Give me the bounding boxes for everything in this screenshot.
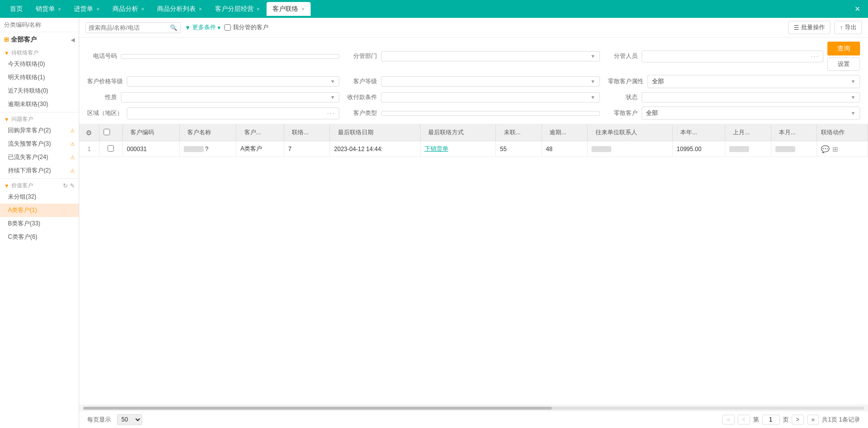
col-last-date: :最后联络日期	[330, 124, 420, 141]
sidebar-item-declining[interactable]: 持续下滑客户(2) ⚠	[0, 164, 79, 177]
page-number-input[interactable]	[762, 415, 780, 425]
sidebar-item-tomorrow[interactable]: 明天待联络(1)	[0, 71, 79, 84]
prev-page-button[interactable]: <	[738, 415, 750, 425]
scrollbar-track	[83, 407, 864, 410]
sidebar-item-overdue[interactable]: 逾期未联络(30)	[0, 98, 79, 111]
filter-search-icon[interactable]: 🔍	[170, 24, 177, 31]
retail-attr-label: 零散客户属性	[608, 77, 644, 86]
nature-input[interactable]: ▼	[121, 92, 339, 103]
setting-button[interactable]: 设置	[827, 57, 860, 71]
sidebar-item-c-class[interactable]: C类客户(6)	[0, 230, 79, 244]
data-table: ⚙ :客户编码 :客户名称 :客户...	[79, 124, 868, 157]
sidebar-collapse-icon[interactable]: ◀	[71, 37, 75, 43]
name-hidden-text	[184, 146, 204, 152]
select-all-checkbox[interactable]	[104, 129, 110, 135]
close-customer-segment-icon[interactable]: ×	[257, 6, 260, 12]
grid-icon: ⊞	[4, 36, 9, 43]
sidebar-item-churned[interactable]: 已流失客户(24) ⚠	[0, 151, 79, 164]
status-dropdown-icon: ▼	[851, 95, 856, 100]
close-goods-analysis-icon[interactable]: ×	[141, 6, 144, 12]
row-checkbox[interactable]	[108, 145, 114, 152]
nav-tab-sales[interactable]: 销货单 ×	[30, 2, 67, 16]
page-size-select[interactable]: 10 20 50 100	[117, 414, 142, 425]
sidebar-item-churn-warn[interactable]: 流失预警客户(3) ⚠	[0, 137, 79, 151]
export-button[interactable]: ↑ 导出	[834, 21, 862, 34]
goods-list-label: 商品分析列表	[157, 4, 196, 13]
last-page-button[interactable]: »	[807, 415, 819, 425]
filter-search-box: 🔍	[85, 22, 181, 33]
payment-input[interactable]: ▼	[381, 92, 599, 103]
scrollbar-thumb[interactable]	[83, 407, 552, 410]
page-navigation: « < 第 页 > » 共1页 1条记录	[722, 415, 860, 425]
close-purchase-icon[interactable]: ×	[96, 6, 99, 12]
total-info: 共1页 1条记录	[822, 416, 860, 424]
region-input[interactable]: ···	[127, 107, 339, 119]
nav-tab-customer-contact[interactable]: 客户联络 ×	[267, 2, 310, 16]
value-group-label: 价值客户	[11, 182, 33, 189]
refresh-icon[interactable]: ↻	[63, 182, 68, 189]
my-customers-checkbox[interactable]: 我分管的客户	[224, 23, 269, 32]
warn-icon-3: ⚠	[70, 155, 75, 160]
sidebar-all-customers[interactable]: ⊞ 全部客户 ◀	[0, 32, 79, 47]
comment-icon[interactable]: 💬	[821, 145, 829, 153]
next-page-button[interactable]: >	[792, 415, 804, 425]
col-not-contacted: :未联...	[496, 124, 542, 141]
nature-label: 性质	[87, 93, 117, 102]
person-input[interactable]: ···	[642, 51, 823, 62]
nav-tab-customer-segment[interactable]: 客户分层经营 ×	[209, 2, 266, 16]
phone-input[interactable]	[121, 54, 339, 59]
sidebar-item-a-class[interactable]: A类客户(1)	[0, 204, 79, 217]
sidebar-item-7days[interactable]: 近7天待联络(0)	[0, 84, 79, 98]
nav-tab-home[interactable]: 首页	[4, 2, 29, 16]
close-sales-icon[interactable]: ×	[58, 6, 61, 12]
first-page-button[interactable]: «	[722, 415, 735, 425]
warn-icon-2: ⚠	[70, 141, 75, 147]
sidebar-search-input[interactable]	[4, 21, 78, 28]
my-customers-check[interactable]	[224, 24, 231, 31]
nav-tab-goods-analysis[interactable]: 商品分析 ×	[107, 2, 150, 16]
last-method-link[interactable]: 下销货单	[425, 145, 448, 152]
nav-tab-goods-list[interactable]: 商品分析列表 ×	[151, 2, 208, 16]
retail-attr-input[interactable]: 全部 ▼	[648, 75, 860, 88]
batch-ops-button[interactable]: ☰ 批量操作	[788, 21, 830, 34]
link-icon[interactable]: ⊞	[832, 145, 838, 153]
person-label: 分管人员	[608, 52, 638, 60]
retail-customer-input[interactable]: 全部 ▼	[642, 107, 860, 120]
retail-customer-label: 零散客户	[608, 109, 638, 117]
cell-contact-count: 7	[284, 141, 329, 157]
sidebar-item-b-class[interactable]: B类客户(33)	[0, 217, 79, 230]
more-conditions-btn[interactable]: ▼ 更多条件 ▾	[185, 23, 220, 32]
customer-contact-label: 客户联络	[272, 4, 298, 13]
sidebar-item-abnormal[interactable]: 回购异常客户(2) ⚠	[0, 124, 79, 137]
unit-contact-hidden	[592, 146, 611, 152]
nav-tab-purchase[interactable]: 进货单 ×	[68, 2, 105, 16]
filter-row-customer-level: 客户等级 ▼	[347, 75, 599, 88]
close-customer-contact-icon[interactable]: ×	[301, 6, 304, 12]
status-input[interactable]: ▼	[642, 92, 860, 103]
edit-group-icon[interactable]: ✎	[70, 182, 75, 189]
divider-1	[0, 112, 79, 112]
filter-search-input[interactable]	[89, 24, 168, 31]
cell-overdue: 48	[542, 141, 587, 157]
cell-last-month	[725, 141, 771, 157]
payment-dropdown-icon: ▼	[591, 95, 596, 100]
query-button[interactable]: 查询	[827, 42, 860, 55]
price-level-input[interactable]: ▼	[127, 76, 339, 87]
column-settings-button[interactable]: ⚙	[86, 129, 92, 137]
table-row: 1 000031 ? A类客户 7 2023-04-12 14:44:	[79, 141, 868, 157]
filter-row-retail-customer: 零散客户 全部 ▼	[608, 107, 860, 120]
waiting-group-label: 待联络客户	[11, 49, 39, 56]
col-code: :客户编码	[123, 124, 180, 141]
customer-type-input[interactable]	[381, 111, 599, 116]
filter-action-buttons: 查询 设置	[827, 42, 860, 71]
close-goods-list-icon[interactable]: ×	[199, 6, 202, 12]
customer-level-label: 客户等级	[347, 77, 377, 86]
sidebar-item-today[interactable]: 今天待联络(0)	[0, 57, 79, 71]
customer-level-input[interactable]: ▼	[381, 76, 599, 87]
dept-input[interactable]: ▼	[381, 51, 599, 61]
close-all-button[interactable]: ×	[851, 4, 864, 14]
col-contact-count: :联络...	[284, 124, 329, 141]
page-label: 第	[753, 416, 759, 424]
value-customers-group: ▼ 价值客户 ↻ ✎	[0, 180, 79, 190]
sidebar-item-ungrouped[interactable]: 未分组(32)	[0, 190, 79, 204]
